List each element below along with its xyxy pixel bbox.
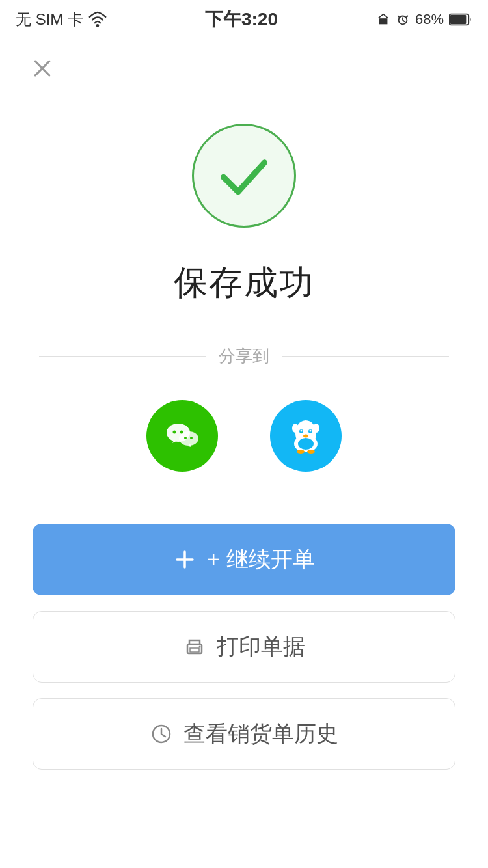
- svg-point-10: [184, 437, 187, 439]
- qq-icon: [285, 415, 327, 457]
- svg-point-13: [292, 424, 299, 433]
- svg-point-0: [97, 25, 98, 26]
- battery-percentage: 68%: [415, 11, 444, 28]
- history-button[interactable]: 查看销货单历史: [33, 698, 455, 770]
- close-button[interactable]: [26, 52, 59, 85]
- svg-point-28: [199, 646, 201, 648]
- alarm-icon: [396, 12, 410, 27]
- action-buttons: + 继续开单 打印单据 查看销货单历史: [0, 524, 488, 770]
- wechat-share-button[interactable]: [146, 400, 218, 472]
- status-left: 无 SIM 卡: [16, 9, 107, 30]
- continue-button-label: + 继续开单: [207, 545, 314, 575]
- battery-icon: [449, 13, 472, 26]
- history-button-label: 查看销货单历史: [183, 719, 338, 749]
- share-divider: 分享到: [0, 345, 488, 368]
- svg-rect-27: [190, 648, 199, 652]
- wechat-icon: [161, 415, 204, 457]
- success-icon-circle: [192, 124, 296, 228]
- status-right: 68%: [376, 11, 472, 28]
- printer-icon: [183, 635, 206, 658]
- share-label: 分享到: [219, 345, 269, 368]
- svg-point-9: [180, 430, 183, 433]
- status-bar: 无 SIM 卡 下午3:20 68%: [0, 0, 488, 39]
- share-section: 分享到: [0, 345, 488, 472]
- plus-icon: [173, 548, 197, 571]
- sim-status: 无 SIM 卡: [16, 9, 83, 30]
- status-time: 下午3:20: [205, 7, 278, 32]
- main-content: 保存成功 分享到: [0, 85, 488, 770]
- qq-share-button[interactable]: [270, 400, 342, 472]
- svg-point-8: [172, 430, 176, 433]
- location-icon: [376, 12, 390, 27]
- print-button-label: 打印单据: [217, 632, 305, 662]
- history-icon: [150, 722, 173, 746]
- print-button[interactable]: 打印单据: [33, 611, 455, 683]
- svg-point-16: [298, 438, 314, 450]
- svg-rect-3: [450, 15, 466, 24]
- checkmark-icon: [215, 146, 273, 205]
- svg-point-21: [303, 434, 308, 437]
- success-title: 保存成功: [174, 260, 314, 306]
- svg-point-20: [309, 429, 311, 431]
- share-icons: [0, 400, 488, 472]
- continue-button[interactable]: + 继续开单: [33, 524, 455, 595]
- svg-point-19: [300, 429, 302, 431]
- svg-point-11: [190, 437, 193, 439]
- svg-point-14: [313, 424, 319, 433]
- svg-point-23: [307, 450, 315, 454]
- wifi-icon: [88, 10, 107, 29]
- svg-point-22: [297, 450, 305, 454]
